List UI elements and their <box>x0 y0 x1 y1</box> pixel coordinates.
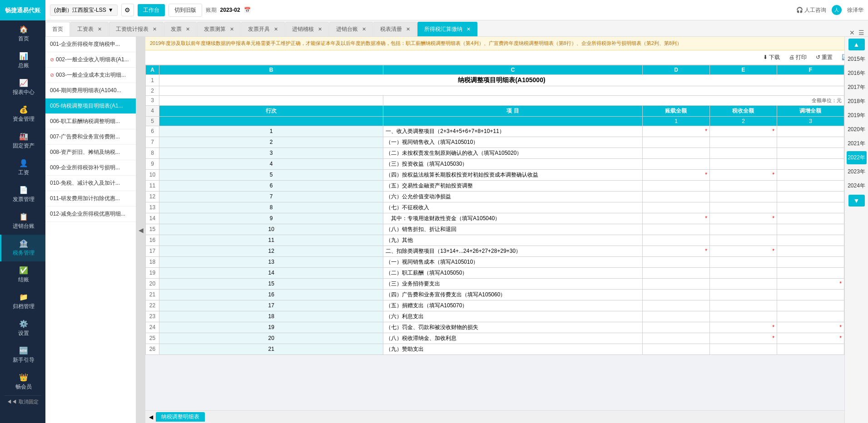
val-col[interactable] <box>642 148 709 158</box>
company-settings-btn[interactable]: ⚙ <box>121 4 134 16</box>
val-col[interactable] <box>642 191 709 202</box>
val-col[interactable]: * <box>709 126 777 137</box>
val-col[interactable] <box>709 311 777 322</box>
tab-close-all-btn[interactable]: ✕ <box>849 29 855 36</box>
item-col[interactable]: （一）视同销售收入（填写A105010） <box>383 137 643 148</box>
val-col[interactable] <box>709 267 777 278</box>
form-item-003[interactable]: ⊘ 003-一般企业成本支出明细... <box>45 68 136 83</box>
val-col[interactable] <box>777 180 844 191</box>
item-col[interactable]: （一）视同销售成本（填写A105010） <box>383 256 643 267</box>
form-item-010[interactable]: 010-免税、减计收入及加计... <box>45 176 136 191</box>
val-col[interactable] <box>709 344 777 354</box>
calendar-icon[interactable]: 📅 <box>244 7 251 13</box>
val-col[interactable]: * <box>777 322 844 333</box>
val-col[interactable] <box>642 311 709 322</box>
sidebar-item-tax[interactable]: 🏦 税务管理 <box>0 235 45 261</box>
tab-invoice-calc-close[interactable]: ✕ <box>230 26 234 32</box>
item-col[interactable]: （七）不征税收入 <box>383 202 643 213</box>
val-col[interactable] <box>709 235 777 246</box>
tab-invoice[interactable]: 发票 ✕ <box>164 22 197 36</box>
year-item-2022[interactable]: 2022年 <box>847 151 867 164</box>
val-col[interactable] <box>642 322 709 333</box>
val-col[interactable] <box>642 344 709 354</box>
tab-tax-list-close[interactable]: ✕ <box>406 26 410 32</box>
val-col[interactable] <box>777 158 844 169</box>
item-col[interactable]: （二）职工薪酬（填写A105050） <box>383 267 643 278</box>
sidebar-item-salary[interactable]: 👤 工资 <box>0 154 45 181</box>
tab-check-close[interactable]: ✕ <box>318 26 322 32</box>
form-item-006[interactable]: 006-职工薪酬纳税调整明细... <box>45 114 136 129</box>
panel-collapse-btn[interactable]: ◀ <box>136 37 145 423</box>
tab-invoice-close[interactable]: ✕ <box>186 26 190 32</box>
val-col[interactable] <box>709 148 777 158</box>
val-col[interactable] <box>642 267 709 278</box>
val-col[interactable] <box>777 213 844 224</box>
tab-invoice-calc[interactable]: 发票测算 ✕ <box>197 22 241 36</box>
val-col[interactable] <box>642 289 709 300</box>
val-col[interactable] <box>642 333 709 344</box>
val-col[interactable]: * <box>777 278 844 289</box>
year-item-2017[interactable]: 2017年 <box>847 81 867 94</box>
val-col[interactable] <box>709 300 777 311</box>
sidebar-item-capital[interactable]: 💰 资金管理 <box>0 101 45 128</box>
val-col[interactable] <box>777 224 844 235</box>
user-name[interactable]: 徐泽华 <box>847 6 863 14</box>
sidebar-item-report[interactable]: 📈 报表中心 <box>0 74 45 101</box>
sidebar-item-settings[interactable]: ⚙️ 设置 <box>0 315 45 342</box>
item-col[interactable]: （五）捐赠支出（填写A105070） <box>383 300 643 311</box>
val-col[interactable] <box>709 180 777 191</box>
reset-btn[interactable]: ↺ 重置 <box>813 52 835 63</box>
val-col[interactable] <box>709 224 777 235</box>
val-col[interactable] <box>777 300 844 311</box>
tab-salary-report-close[interactable]: ✕ <box>153 26 157 32</box>
val-col[interactable] <box>777 344 844 354</box>
year-item-2016[interactable]: 2016年 <box>847 67 867 80</box>
year-item-2020[interactable]: 2020年 <box>847 123 867 136</box>
item-col[interactable]: （七）罚金、罚款和被没收财物的损失 <box>383 322 643 333</box>
item-col[interactable]: （九）赞助支出 <box>383 344 643 354</box>
val-col[interactable] <box>777 311 844 322</box>
val-col[interactable] <box>642 300 709 311</box>
val-col[interactable] <box>642 137 709 148</box>
old-version-btn[interactable]: 切到旧版 <box>169 4 202 17</box>
tab-purchase-ledger-close[interactable]: ✕ <box>362 26 366 32</box>
form-item-011[interactable]: 011-研发费用加计扣除优惠... <box>45 191 136 207</box>
item-col[interactable]: （六）利息支出 <box>383 311 643 322</box>
year-item-2021[interactable]: 2021年 <box>847 137 867 150</box>
item-col[interactable]: （四）广告费和业务宣传费支出（填写A105060） <box>383 289 643 300</box>
sidebar-item-invoice[interactable]: 📄 发票管理 <box>0 181 45 208</box>
year-item-2024[interactable]: 2024年 <box>847 179 867 192</box>
item-col[interactable]: （六）公允价值变动净损益 <box>383 191 643 202</box>
form-item-005[interactable]: 005-纳税调整项目明细表(A1... <box>45 98 136 114</box>
year-item-2015[interactable]: 2015年 <box>847 53 867 66</box>
val-col[interactable] <box>709 158 777 169</box>
scroll-left-btn[interactable]: ◀ <box>149 414 153 420</box>
val-col[interactable] <box>709 137 777 148</box>
val-col[interactable]: * <box>709 246 777 256</box>
item-col[interactable]: （五）交易性金融资产初始投资调整 <box>383 180 643 191</box>
val-col[interactable] <box>642 224 709 235</box>
val-col[interactable] <box>777 148 844 158</box>
val-col[interactable]: * <box>709 333 777 344</box>
val-col[interactable]: * <box>642 126 709 137</box>
val-col[interactable] <box>709 278 777 289</box>
form-item-002[interactable]: ⊘ 002-一般企业收入明细表(A1... <box>45 52 136 68</box>
item-col[interactable]: （二）未按权责发生制原则确认的收入（填写A105020） <box>383 148 643 158</box>
val-col[interactable] <box>777 235 844 246</box>
tab-income-tax[interactable]: 所得税汇算缴纳 ✕ <box>417 22 477 36</box>
val-col[interactable] <box>777 267 844 278</box>
sidebar-item-close[interactable]: ✅ 结账 <box>0 261 45 288</box>
sidebar-item-home[interactable]: 🏠 首页 <box>0 20 45 47</box>
val-col[interactable] <box>777 202 844 213</box>
year-down-btn[interactable]: ▼ <box>848 195 865 207</box>
form-item-007[interactable]: 007-广告费和业务宣传费附... <box>45 129 136 145</box>
tab-invoice-open[interactable]: 发票开具 ✕ <box>241 22 285 36</box>
val-col[interactable] <box>777 137 844 148</box>
val-col[interactable] <box>642 235 709 246</box>
download-btn[interactable]: ⬇ 下载 <box>760 52 783 63</box>
form-item-008[interactable]: 008-资产折旧、摊销及纳税... <box>45 145 136 160</box>
val-col[interactable]: * <box>777 333 844 344</box>
sidebar-item-guide[interactable]: 🆕 新手引导 <box>0 342 45 369</box>
item-col[interactable]: （八）销售折扣、折让和退回 <box>383 224 643 235</box>
val-col[interactable]: * <box>709 169 777 180</box>
